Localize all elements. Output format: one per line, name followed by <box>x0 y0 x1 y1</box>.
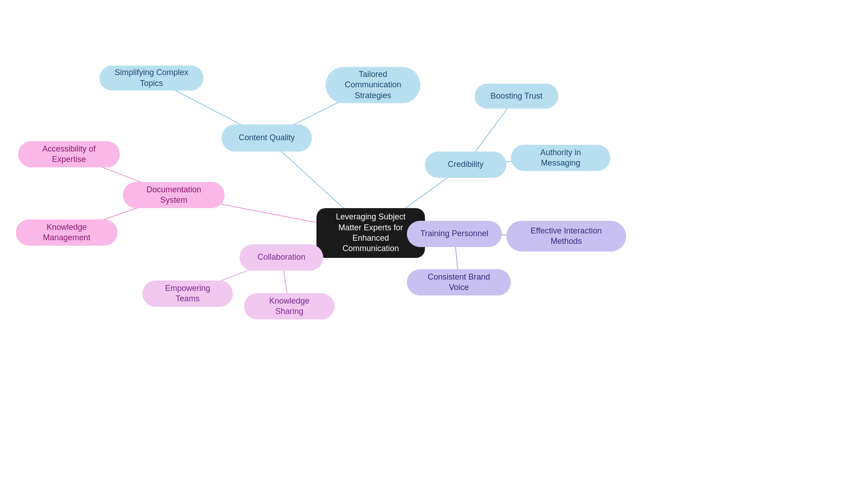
doc-system-node: Documentation System <box>123 182 225 208</box>
authority-node: Authority in Messaging <box>511 145 610 171</box>
empowering-teams-label: Empowering Teams <box>152 283 223 304</box>
credibility-node: Credibility <box>425 152 506 178</box>
consistent-brand-label: Consistent Brand Voice <box>417 272 501 293</box>
content-quality-label: Content Quality <box>239 133 295 143</box>
credibility-label: Credibility <box>448 159 483 170</box>
knowledge-mgmt-label: Knowledge Management <box>26 222 108 243</box>
simplifying-label: Simplifying Complex Topics <box>109 67 193 89</box>
center-node-label: Leveraging Subject Matter Experts for En… <box>326 212 416 254</box>
tailored-comm-node: Tailored Communication Strategies <box>326 67 420 103</box>
effective-interaction-label: Effective Interaction Methods <box>516 226 616 247</box>
doc-system-label: Documentation System <box>133 185 215 206</box>
mind-map: Leveraging Subject Matter Experts for En… <box>0 0 868 490</box>
authority-label: Authority in Messaging <box>521 147 600 169</box>
training-personnel-label: Training Personnel <box>420 228 488 239</box>
simplifying-node: Simplifying Complex Topics <box>99 66 203 90</box>
training-personnel-node: Training Personnel <box>407 221 502 247</box>
collaboration-node: Collaboration <box>240 244 323 271</box>
boosting-trust-label: Boosting Trust <box>491 91 542 101</box>
effective-interaction-node: Effective Interaction Methods <box>506 221 626 252</box>
boosting-trust-node: Boosting Trust <box>475 84 558 109</box>
tailored-comm-label: Tailored Communication Strategies <box>335 69 410 101</box>
accessibility-label: Accessibility of Expertise <box>28 144 110 165</box>
collaboration-label: Collaboration <box>257 252 305 262</box>
consistent-brand-node: Consistent Brand Voice <box>407 269 511 295</box>
accessibility-node: Accessibility of Expertise <box>18 141 120 167</box>
empowering-teams-node: Empowering Teams <box>142 281 233 307</box>
knowledge-sharing-node: Knowledge Sharing <box>244 293 335 319</box>
knowledge-sharing-label: Knowledge Sharing <box>254 296 325 317</box>
content-quality-node: Content Quality <box>222 124 312 152</box>
knowledge-mgmt-node: Knowledge Management <box>16 219 118 246</box>
